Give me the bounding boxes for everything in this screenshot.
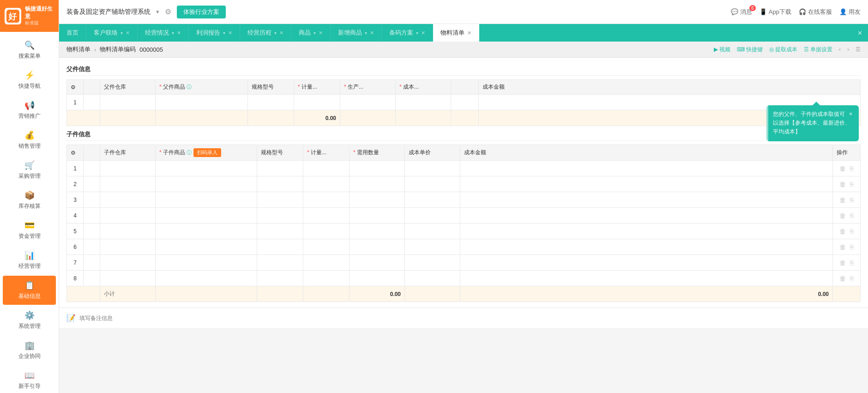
list-view-button[interactable]: ☰ <box>856 46 861 53</box>
breadcrumb-bom[interactable]: 物料清单 <box>66 45 90 54</box>
child-row-6-warehouse[interactable] <box>100 239 156 255</box>
sidebar-item-enterprise[interactable]: 🏢 企业协同 <box>3 336 56 365</box>
delete-row-6-icon[interactable]: 🗑 <box>839 243 846 251</box>
child-row-7-spec[interactable] <box>257 255 303 271</box>
note-input[interactable] <box>79 315 861 321</box>
child-row-5-unit[interactable] <box>303 224 350 239</box>
child-row-1-spec[interactable] <box>257 161 303 176</box>
tab-goods-close[interactable]: ✕ <box>319 30 323 36</box>
tab-newgoods[interactable]: 新增商品 ▾ ✕ <box>331 24 382 42</box>
tab-goods[interactable]: 商品 ▾ ✕ <box>291 24 331 42</box>
tab-profit[interactable]: 利润报告 ▾ ✕ <box>189 24 240 42</box>
delete-row-1-icon[interactable]: 🗑 <box>839 165 846 172</box>
child-row-1-warehouse[interactable] <box>100 161 156 176</box>
child-row-3-warehouse[interactable] <box>100 192 156 208</box>
user-menu-button[interactable]: 👤 用友 <box>839 8 861 16</box>
child-row-2-warehouse[interactable] <box>100 176 156 192</box>
child-row-2-product[interactable] <box>156 176 257 192</box>
app-download-button[interactable]: 📱 App下载 <box>760 8 791 16</box>
child-col-settings[interactable]: ⚙ <box>67 145 84 161</box>
settings-button[interactable]: ☰ 单据设置 <box>804 46 832 54</box>
child-row-2-unit-cost[interactable] <box>405 176 460 192</box>
sidebar-item-finance[interactable]: 💳 资金管理 <box>3 216 56 245</box>
parent-cost-cell[interactable] <box>396 95 451 110</box>
child-row-8-warehouse[interactable] <box>100 271 156 286</box>
sidebar-item-operations[interactable]: 📊 经营管理 <box>3 246 56 275</box>
child-row-5-warehouse[interactable] <box>100 224 156 239</box>
child-row-7-unit-cost[interactable] <box>405 255 460 271</box>
tab-history[interactable]: 经营历程 ▾ ✕ <box>240 24 291 42</box>
sidebar-item-sales[interactable]: 💰 销售管理 <box>3 126 56 155</box>
child-row-2-qty[interactable] <box>350 176 405 192</box>
child-row-4-unit-cost[interactable] <box>405 208 460 224</box>
child-row-6-product[interactable] <box>156 239 257 255</box>
sidebar-item-guide[interactable]: 📖 新手引导 <box>3 366 56 393</box>
child-row-3-qty[interactable] <box>350 192 405 208</box>
settings-icon[interactable]: ⚙ <box>165 7 171 16</box>
child-row-4-qty[interactable] <box>350 208 405 224</box>
child-product-info-icon[interactable]: ⓘ <box>187 150 192 155</box>
delete-row-4-icon[interactable]: 🗑 <box>839 212 846 219</box>
parent-warehouse-cell[interactable] <box>100 95 156 110</box>
child-row-1-unit[interactable] <box>303 161 350 176</box>
child-row-5-unit-cost[interactable] <box>405 224 460 239</box>
child-row-8-product[interactable] <box>156 271 257 286</box>
child-row-7-qty[interactable] <box>350 255 405 271</box>
close-all-tabs-button[interactable]: ✕ <box>852 30 868 36</box>
sidebar-item-basic[interactable]: 📋 基础信息 <box>3 276 56 305</box>
sidebar-item-search[interactable]: 🔍 搜索菜单 <box>3 36 56 65</box>
nav-next-button[interactable]: › <box>847 46 849 53</box>
tab-barcode-close[interactable]: ✕ <box>421 30 425 36</box>
tab-bom-close[interactable]: ✕ <box>467 30 471 36</box>
child-row-6-unit[interactable] <box>303 239 350 255</box>
child-row-4-product[interactable] <box>156 208 257 224</box>
copy-row-1-icon[interactable]: ⎘ <box>850 165 854 172</box>
child-row-8-spec[interactable] <box>257 271 303 286</box>
child-row-4-spec[interactable] <box>257 208 303 224</box>
copy-row-5-icon[interactable]: ⎘ <box>850 228 854 235</box>
child-row-6-qty[interactable] <box>350 239 405 255</box>
child-row-7-unit[interactable] <box>303 255 350 271</box>
tab-business[interactable]: 经营情况 ▾ ✕ <box>138 24 189 42</box>
child-row-1-product[interactable] <box>156 161 257 176</box>
delete-row-2-icon[interactable]: 🗑 <box>839 181 846 188</box>
child-row-3-unit-cost[interactable] <box>405 192 460 208</box>
sidebar-item-quicknav[interactable]: ⚡ 快捷导航 <box>3 66 56 95</box>
child-row-7-warehouse[interactable] <box>100 255 156 271</box>
delete-row-8-icon[interactable]: 🗑 <box>839 275 846 282</box>
copy-row-7-icon[interactable]: ⎘ <box>850 259 854 266</box>
online-service-button[interactable]: 🎧 在线客服 <box>799 8 832 16</box>
trial-button[interactable]: 体验行业方案 <box>177 6 226 18</box>
tooltip-close-button[interactable]: × <box>849 110 852 119</box>
tab-newgoods-close[interactable]: ✕ <box>370 30 374 36</box>
delete-row-3-icon[interactable]: 🗑 <box>839 196 846 204</box>
child-row-1-unit-cost[interactable] <box>405 161 460 176</box>
parent-col-settings[interactable]: ⚙ <box>67 80 84 95</box>
child-row-8-qty[interactable] <box>350 271 405 286</box>
sidebar-item-system[interactable]: ⚙️ 系统管理 <box>3 306 56 335</box>
parent-spec-cell[interactable] <box>248 95 294 110</box>
tab-home[interactable]: 首页 <box>59 24 86 42</box>
child-row-2-spec[interactable] <box>257 176 303 192</box>
child-row-3-product[interactable] <box>156 192 257 208</box>
child-row-5-product[interactable] <box>156 224 257 239</box>
child-row-4-unit[interactable] <box>303 208 350 224</box>
tab-customer-close[interactable]: ✕ <box>126 30 130 36</box>
parent-product-info-icon[interactable]: ⓘ <box>187 84 192 90</box>
child-row-5-spec[interactable] <box>257 224 303 239</box>
nav-prev-button[interactable]: ‹ <box>839 46 841 53</box>
copy-row-8-icon[interactable]: ⎘ <box>850 275 854 282</box>
video-button[interactable]: ▶ 视频 <box>714 46 730 54</box>
child-row-7-product[interactable] <box>156 255 257 271</box>
child-row-4-warehouse[interactable] <box>100 208 156 224</box>
child-row-3-spec[interactable] <box>257 192 303 208</box>
tab-customer[interactable]: 客户联络 ▾ ✕ <box>86 24 138 42</box>
sidebar-item-purchase[interactable]: 🛒 采购管理 <box>3 156 56 185</box>
parent-product-cell[interactable] <box>156 95 248 110</box>
sidebar-item-inventory[interactable]: 📦 库存核算 <box>3 186 56 215</box>
copy-row-6-icon[interactable]: ⎘ <box>850 243 854 251</box>
copy-row-3-icon[interactable]: ⎘ <box>850 196 854 204</box>
child-row-8-unit-cost[interactable] <box>405 271 460 286</box>
tab-profit-close[interactable]: ✕ <box>228 30 232 36</box>
parent-unit-cell[interactable] <box>294 95 340 110</box>
